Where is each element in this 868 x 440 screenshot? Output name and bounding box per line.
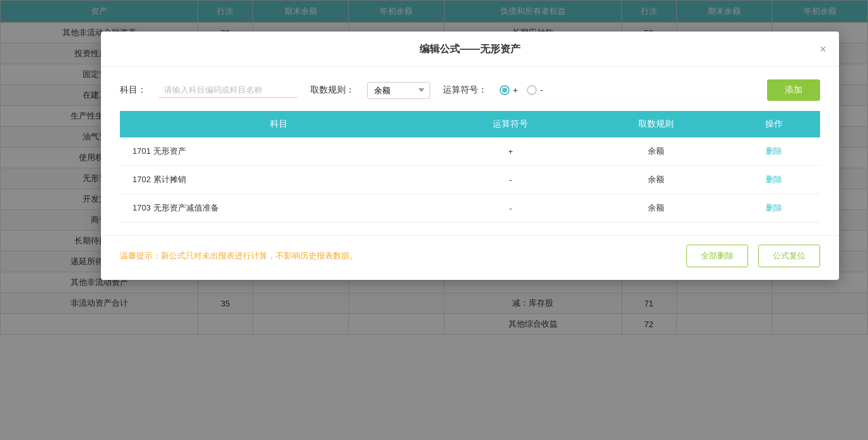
modal-footer: 温馨提示：新公式只对未出报表进行计算，不影响历史报表数据。 全部删除 公式复位 — [101, 235, 839, 280]
subject-input[interactable] — [159, 83, 298, 98]
formula-operator-cell: + — [438, 137, 583, 166]
radio-minus-label: - — [540, 85, 543, 95]
formula-action-cell: 删除 — [729, 137, 820, 166]
radio-minus[interactable]: - — [527, 85, 543, 95]
operator-radio-group: + - — [500, 85, 543, 95]
formula-table-row: 1701 无形资产+余额删除 — [120, 137, 820, 166]
radio-plus[interactable]: + — [500, 85, 518, 95]
formula-rule-cell: 余额 — [583, 194, 728, 223]
formula-table: 科目 运算符号 取数规则 操作 1701 无形资产+余额删除1702 累计摊销-… — [120, 111, 820, 223]
modal-title: 编辑公式——无形资产 — [419, 43, 520, 56]
formula-subject-cell: 1703 无形资产减值准备 — [120, 194, 438, 223]
col-header-rule: 取数规则 — [583, 111, 728, 137]
radio-minus-circle — [527, 85, 537, 95]
modal-close-button[interactable]: × — [819, 43, 826, 55]
subject-label: 科目： — [120, 84, 146, 96]
form-row: 科目： 取数规则： 余额 借方发生额 贷方发生额 运算符号： + - 添加 — [101, 67, 839, 111]
col-header-action: 操作 — [729, 111, 820, 137]
delete-all-button[interactable]: 全部删除 — [686, 245, 748, 267]
hint-text: 温馨提示：新公式只对未出报表进行计算，不影响历史报表数据。 — [120, 250, 358, 262]
formula-subject-cell: 1702 累计摊销 — [120, 166, 438, 194]
formula-operator-cell: - — [438, 166, 583, 194]
add-button[interactable]: 添加 — [767, 79, 820, 101]
rule-select[interactable]: 余额 借方发生额 贷方发生额 — [367, 82, 430, 99]
formula-action-cell: 删除 — [729, 166, 820, 194]
formula-table-row: 1703 无形资产减值准备-余额删除 — [120, 194, 820, 223]
formula-table-header-row: 科目 运算符号 取数规则 操作 — [120, 111, 820, 137]
formula-action-cell: 删除 — [729, 194, 820, 223]
modal-header: 编辑公式——无形资产 × — [101, 32, 839, 67]
operator-label: 运算符号： — [443, 84, 487, 96]
footer-buttons: 全部删除 公式复位 — [686, 245, 820, 267]
rule-select-group: 余额 借方发生额 贷方发生额 — [367, 82, 430, 99]
rule-label: 取数规则： — [310, 84, 355, 96]
delete-row-button[interactable]: 删除 — [766, 174, 782, 185]
delete-row-button[interactable]: 删除 — [766, 202, 782, 214]
delete-row-button[interactable]: 删除 — [766, 146, 782, 157]
col-header-operator: 运算符号 — [438, 111, 583, 137]
radio-plus-label: + — [513, 85, 518, 95]
formula-operator-cell: - — [438, 194, 583, 223]
formula-subject-cell: 1701 无形资产 — [120, 137, 438, 166]
reset-formula-button[interactable]: 公式复位 — [758, 245, 820, 267]
col-header-subject: 科目 — [120, 111, 438, 137]
formula-table-row: 1702 累计摊销-余额删除 — [120, 166, 820, 194]
edit-formula-modal: 编辑公式——无形资产 × 科目： 取数规则： 余额 借方发生额 贷方发生额 运算… — [101, 32, 839, 280]
formula-rule-cell: 余额 — [583, 137, 728, 166]
formula-table-wrapper: 科目 运算符号 取数规则 操作 1701 无形资产+余额删除1702 累计摊销-… — [101, 111, 839, 223]
radio-plus-circle — [500, 85, 510, 95]
formula-rule-cell: 余额 — [583, 166, 728, 194]
